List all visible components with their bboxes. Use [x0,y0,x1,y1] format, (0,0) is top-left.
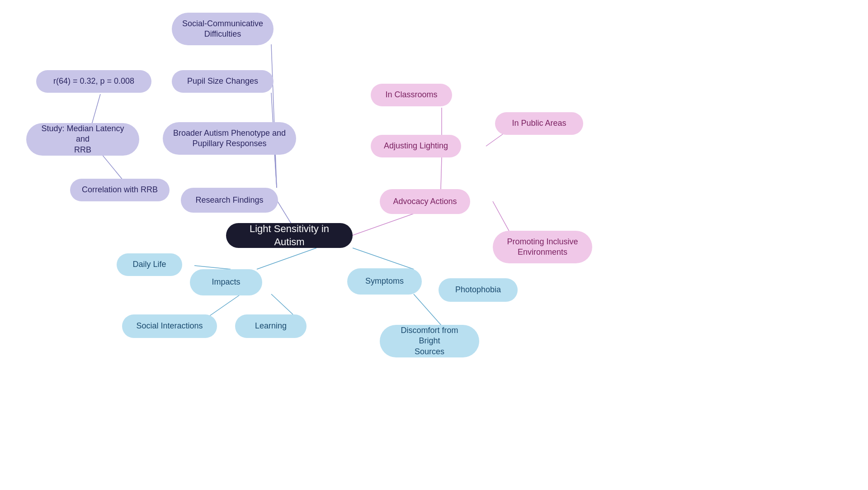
center-node: Light Sensitivity in Autism [226,223,353,248]
node-social-communicative: Social-CommunicativeDifficulties [172,13,274,45]
node-pupil-size: Pupil Size Changes [172,70,274,93]
node-impacts: Impacts [190,269,262,295]
promoting-inclusive-label: Promoting InclusiveEnvironments [507,237,578,258]
svg-line-12 [257,248,316,269]
svg-line-1 [271,44,277,188]
svg-line-13 [194,266,231,269]
discomfort-label: Discomfort from BrightSources [390,325,469,357]
center-label: Light Sensitivity in Autism [236,223,343,248]
research-findings-label: Research Findings [195,195,263,205]
node-discomfort: Discomfort from BrightSources [380,325,479,357]
node-photophobia: Photophobia [439,278,518,302]
node-broader-autism: Broader Autism Phenotype andPupillary Re… [163,122,296,155]
adjusting-lighting-label: Adjusting Lighting [384,141,448,151]
node-correlation-rrb: Correlation with RRB [70,179,170,201]
light-sensitivity-autism-label: Light Sensitivity Autism [310,300,393,311]
learning-label: Learning [255,321,287,331]
node-in-classrooms: In Classrooms [371,84,452,106]
photophobia-label: Photophobia [455,285,501,295]
impacts-label: Impacts [212,277,240,287]
social-comm-label: Social-CommunicativeDifficulties [182,19,263,40]
svg-line-6 [91,94,100,126]
svg-line-18 [414,294,442,326]
node-symptoms: Symptoms [347,268,422,295]
social-interactions-label: Social Interactions [136,321,203,331]
svg-line-8 [441,157,442,189]
node-r64: r(64) = 0.32, p = 0.008 [36,70,151,93]
node-learning: Learning [235,314,307,338]
node-social-interactions: Social Interactions [122,314,217,338]
study-median-label: Study: Median Latency andRRB [36,124,129,155]
node-promoting-inclusive: Promoting InclusiveEnvironments [493,231,592,263]
node-advocacy-actions: Advocacy Actions [380,189,470,214]
node-adjusting-lighting: Adjusting Lighting [371,135,461,157]
symptoms-label: Symptoms [365,276,404,286]
correlation-rrb-label: Correlation with RRB [82,185,158,195]
node-research-findings: Research Findings [181,188,278,213]
broader-autism-label: Broader Autism Phenotype andPupillary Re… [173,128,286,149]
advocacy-actions-label: Advocacy Actions [393,196,457,207]
svg-line-16 [353,248,414,269]
node-in-public: In Public Areas [495,112,583,135]
daily-life-label: Daily Life [132,259,166,270]
in-public-label: In Public Areas [512,118,566,128]
node-daily-life: Daily Life [117,253,182,276]
r64-label: r(64) = 0.32, p = 0.008 [53,76,134,86]
pupil-size-label: Pupil Size Changes [187,76,258,86]
svg-line-15 [271,294,293,314]
in-classrooms-label: In Classrooms [385,90,437,100]
node-study-median: Study: Median Latency andRRB [26,123,139,156]
